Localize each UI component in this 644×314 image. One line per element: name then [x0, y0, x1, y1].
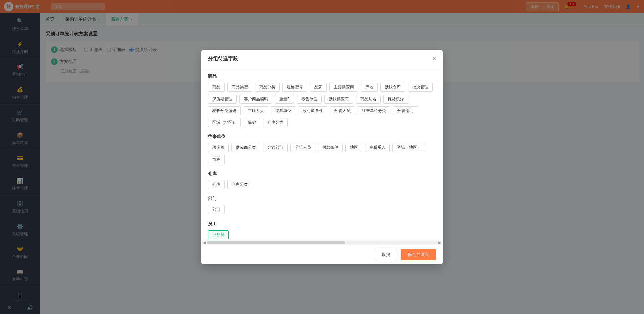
section-product-tags: 商品 商品类型 商品分类 规格型号 品牌 主要供应商 产地 默认仓库 批次管理 … — [208, 83, 436, 127]
modal-body: 商品 商品 商品类型 商品分类 规格型号 品牌 主要供应商 产地 默认仓库 批次… — [201, 68, 443, 241]
field-tag[interactable]: 零售单位 — [297, 95, 322, 104]
field-tag[interactable]: 往来单位分类 — [358, 106, 390, 115]
field-tag[interactable]: 付款条件 — [318, 143, 343, 152]
section-warehouse-tags: 仓库 仓库分类 — [208, 180, 436, 189]
field-tag[interactable]: 简称 — [208, 155, 225, 164]
field-tag[interactable]: 税收分类编码 — [208, 106, 241, 115]
field-tag[interactable]: 保质期管理 — [208, 95, 237, 104]
field-tag[interactable]: 规格型号 — [282, 83, 307, 92]
section-warehouse-title: 仓库 — [208, 171, 436, 177]
field-tag[interactable]: 供应商分类 — [231, 143, 260, 152]
modal-title: 分组待选字段 — [208, 56, 238, 62]
field-tag[interactable]: 简称 — [244, 118, 260, 127]
section-department-tags: 部门 — [208, 205, 436, 214]
field-tag[interactable]: 分管人员 — [290, 143, 315, 152]
field-tag[interactable]: 区域（地区） — [208, 118, 241, 127]
field-tag[interactable]: 商品分类 — [255, 83, 280, 92]
section-product-title: 商品 — [208, 73, 436, 79]
field-tag[interactable]: 重量3 — [275, 95, 294, 104]
section-product: 商品 商品 商品类型 商品分类 规格型号 品牌 主要供应商 产地 默认仓库 批次… — [208, 73, 436, 127]
scroll-thumb — [207, 241, 345, 244]
field-tag[interactable]: 仓库分类 — [227, 180, 252, 189]
modal-close-button[interactable]: × — [432, 55, 436, 62]
field-tag[interactable]: 结算单位 — [271, 106, 296, 115]
field-tag[interactable]: 主联系人 — [244, 106, 268, 115]
field-tag[interactable]: 商品类型 — [227, 83, 252, 92]
field-tag[interactable]: 地区 — [345, 143, 362, 152]
section-warehouse: 仓库 仓库 仓库分类 — [208, 171, 436, 189]
field-tag-salesperson[interactable]: 业务员 — [208, 230, 229, 239]
field-tag[interactable]: 分管部门 — [263, 143, 288, 152]
section-employee-title: 员工 — [208, 221, 436, 227]
confirm-button[interactable]: 保存并查询 — [401, 249, 436, 260]
field-tag[interactable]: 分管部门 — [393, 106, 418, 115]
modal-header: 分组待选字段 × — [201, 50, 443, 68]
field-tag[interactable]: 分管人员 — [330, 106, 355, 115]
section-employee-tags: 业务员 — [208, 230, 436, 239]
field-tag[interactable]: 部门 — [208, 205, 225, 214]
field-tag[interactable]: 商品 — [208, 83, 225, 92]
field-tag[interactable]: 供应商 — [208, 143, 229, 152]
field-tag[interactable]: 默认供应商 — [324, 95, 353, 104]
modal-dialog: 分组待选字段 × 商品 商品 商品类型 商品分类 规格型号 品牌 主要供应商 产… — [201, 50, 443, 264]
field-tag[interactable]: 区域（地区） — [392, 143, 425, 152]
field-tag[interactable]: 客户商品编码 — [239, 95, 272, 104]
field-tag[interactable]: 仓库 — [208, 180, 225, 189]
field-tag[interactable]: 产地 — [361, 83, 378, 92]
section-partner-title: 往来单位 — [208, 134, 436, 140]
field-tag[interactable]: 主要供应商 — [329, 83, 358, 92]
modal-bottom-scrollbar[interactable]: ◀ ▶ — [201, 241, 443, 245]
field-tag[interactable]: 品牌 — [310, 83, 327, 92]
field-tag[interactable]: 主联系人 — [365, 143, 390, 152]
field-tag[interactable]: 默认仓库 — [380, 83, 405, 92]
field-tag[interactable]: 仓库分类 — [263, 118, 288, 127]
modal-overlay: 分组待选字段 × 商品 商品 商品类型 商品分类 规格型号 品牌 主要供应商 产… — [0, 0, 644, 314]
section-partner-tags: 供应商 供应商分类 分管部门 分管人员 付款条件 地区 主联系人 区域（地区） … — [208, 143, 436, 164]
section-department-title: 部门 — [208, 196, 436, 202]
field-tag[interactable]: 批次管理 — [408, 83, 433, 92]
cancel-button[interactable]: 取消 — [375, 249, 397, 260]
scroll-track[interactable] — [207, 241, 437, 244]
section-partner: 往来单位 供应商 供应商分类 分管部门 分管人员 付款条件 地区 主联系人 区域… — [208, 134, 436, 164]
field-tag[interactable]: 收付款条件 — [299, 106, 327, 115]
field-tag[interactable]: 拣货积分 — [383, 95, 408, 104]
modal-footer: 取消 保存并查询 — [201, 245, 443, 264]
section-employee: 员工 业务员 — [208, 221, 436, 239]
section-department: 部门 部门 — [208, 196, 436, 214]
field-tag[interactable]: 商品别名 — [356, 95, 381, 104]
